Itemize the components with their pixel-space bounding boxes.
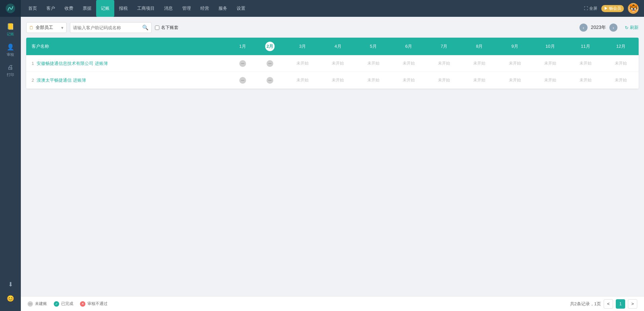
- fullscreen-btn[interactable]: ⛶ 全屏: [584, 6, 597, 11]
- page-1-btn[interactable]: 1: [616, 299, 625, 309]
- rejected-icon: ✕: [80, 301, 85, 307]
- sidebar-download[interactable]: ⬇: [0, 277, 21, 291]
- month-cell-1: [230, 55, 255, 72]
- status-not-started: 未开始: [367, 61, 379, 66]
- sidebar-item-打印[interactable]: 🖨打印: [7, 61, 14, 81]
- nav-item-经营[interactable]: 经营: [196, 0, 214, 17]
- employee-select[interactable]: 🗒 全部员工 ▾: [26, 22, 67, 33]
- status-not-started: 未开始: [332, 78, 344, 82]
- sidebar-icon-审核: 👤: [7, 43, 14, 51]
- nav-right: ⛶ 全屏 ▶ 畅会员 🐯: [584, 3, 644, 14]
- company-name: 安徽畅捷通信息技术有限公司: [37, 61, 93, 66]
- next-page-btn[interactable]: >: [628, 299, 637, 309]
- month-cell-10: 未开始: [532, 55, 568, 72]
- col-header-5月: 5月: [356, 38, 391, 55]
- nav-items: 首页客户收费票据记账报税工商项目消息管理经营服务设置: [24, 0, 250, 17]
- nav-item-收费[interactable]: 收费: [60, 0, 78, 17]
- month-cell-3: 未开始: [285, 55, 320, 72]
- enter-account-link[interactable]: 进账簿: [95, 61, 108, 66]
- status-not-started: 未开始: [367, 78, 379, 82]
- sidebar-support[interactable]: 😊: [0, 291, 21, 306]
- year-nav: ‹ 2023年 ›: [579, 24, 617, 32]
- next-year-btn[interactable]: ›: [609, 24, 617, 32]
- legend-not-started: 未建账: [28, 301, 47, 307]
- company-cell: 2漠澳太平畅捷通信 进账簿: [26, 72, 230, 89]
- nav-item-设置[interactable]: 设置: [232, 0, 250, 17]
- current-month-badge: 2月: [265, 42, 275, 51]
- chevron-down-icon: ▾: [61, 25, 64, 30]
- sidebar: 📒记账👤审核🖨打印 ⬇ 😊: [0, 17, 21, 311]
- table-row: 2漠澳太平畅捷通信 进账簿未开始未开始未开始未开始未开始未开始未开始未开始未开始…: [26, 72, 639, 89]
- month-cell-4: 未开始: [320, 72, 356, 89]
- sidebar-item-记账[interactable]: 📒记账: [7, 20, 14, 40]
- status-not-built-dot: [267, 60, 273, 67]
- table-header: 客户名称1月2月3月4月5月6月7月8月9月10月11月12月: [26, 38, 639, 55]
- support-icon: 😊: [7, 295, 14, 302]
- not-started-icon: [28, 301, 33, 307]
- month-cell-3: 未开始: [285, 72, 320, 89]
- sidebar-icon-打印: 🖨: [7, 64, 13, 71]
- refresh-btn[interactable]: ↻ 刷新: [625, 25, 639, 31]
- nav-item-报税[interactable]: 报税: [114, 0, 132, 17]
- completed-icon: ✓: [54, 301, 59, 307]
- my-accounts-label[interactable]: 名下账套: [161, 25, 178, 31]
- nav-item-记账[interactable]: 记账: [96, 0, 114, 17]
- col-header-6月: 6月: [391, 38, 426, 55]
- month-cell-1: [230, 72, 255, 89]
- prev-year-btn[interactable]: ‹: [579, 24, 588, 32]
- vip-icon: ▶: [604, 6, 608, 11]
- status-not-started: 未开始: [509, 78, 521, 82]
- nav-item-首页[interactable]: 首页: [24, 0, 42, 17]
- pagination: 共2条记录，1页 < 1 >: [570, 299, 637, 309]
- nav-item-票据[interactable]: 票据: [78, 0, 96, 17]
- status-not-started: 未开始: [438, 78, 450, 82]
- month-cell-4: 未开始: [320, 55, 356, 72]
- status-not-built-dot: [239, 60, 246, 67]
- prev-page-btn[interactable]: <: [604, 299, 613, 309]
- sidebar-bottom: ⬇ 😊: [0, 277, 21, 311]
- fullscreen-icon: ⛶: [584, 6, 588, 11]
- status-not-started: 未开始: [615, 78, 627, 82]
- month-cell-2: [255, 55, 285, 72]
- legend-rejected: ✕ 审核不通过: [80, 301, 108, 307]
- nav-item-服务[interactable]: 服务: [214, 0, 232, 17]
- total-count: 共2条记录，1页: [570, 301, 601, 307]
- company-name: 漠澳太平畅捷通信: [37, 78, 72, 83]
- table-body: 1安徽畅捷通信息技术有限公司 进账簿未开始未开始未开始未开始未开始未开始未开始未…: [26, 55, 639, 89]
- company-cell: 1安徽畅捷通信息技术有限公司 进账簿: [26, 55, 230, 72]
- col-header-1月: 1月: [230, 38, 255, 55]
- refresh-icon: ↻: [625, 25, 629, 30]
- status-not-started: 未开始: [473, 61, 485, 66]
- nav-item-工商项目[interactable]: 工商项目: [132, 0, 159, 17]
- my-accounts-checkbox[interactable]: [155, 26, 159, 30]
- month-cell-2: [255, 72, 285, 89]
- status-not-started: 未开始: [296, 78, 309, 82]
- month-cell-6: 未开始: [391, 72, 426, 89]
- month-cell-8: 未开始: [462, 55, 497, 72]
- user-avatar[interactable]: 🐯: [628, 3, 639, 14]
- nav-item-客户[interactable]: 客户: [42, 0, 60, 17]
- vip-badge[interactable]: ▶ 畅会员: [601, 5, 624, 12]
- status-not-started: 未开始: [509, 61, 521, 66]
- year-display: 2023年: [591, 25, 606, 31]
- enter-account-link[interactable]: 进账簿: [73, 78, 86, 83]
- nav-item-管理[interactable]: 管理: [177, 0, 196, 17]
- avatar-icon: 🐯: [629, 4, 638, 13]
- search-input[interactable]: [73, 25, 140, 30]
- status-not-built-dot: [239, 77, 246, 84]
- sidebar-item-审核[interactable]: 👤审核: [7, 40, 14, 61]
- month-cell-12: 未开始: [603, 55, 639, 72]
- status-not-started: 未开始: [579, 61, 592, 66]
- col-header-10月: 10月: [532, 38, 568, 55]
- status-not-started: 未开始: [544, 78, 556, 82]
- legend: 未建账 ✓ 已完成 ✕ 审核不通过: [28, 301, 108, 307]
- month-cell-7: 未开始: [426, 72, 461, 89]
- search-wrap: 🔍: [70, 22, 152, 33]
- nav-item-消息[interactable]: 消息: [159, 0, 177, 17]
- month-cell-7: 未开始: [426, 55, 461, 72]
- sidebar-items: 📒记账👤审核🖨打印: [7, 20, 14, 81]
- search-icon[interactable]: 🔍: [142, 25, 149, 31]
- col-header-3月: 3月: [285, 38, 320, 55]
- col-header-11月: 11月: [568, 38, 603, 55]
- app-logo: [0, 0, 21, 17]
